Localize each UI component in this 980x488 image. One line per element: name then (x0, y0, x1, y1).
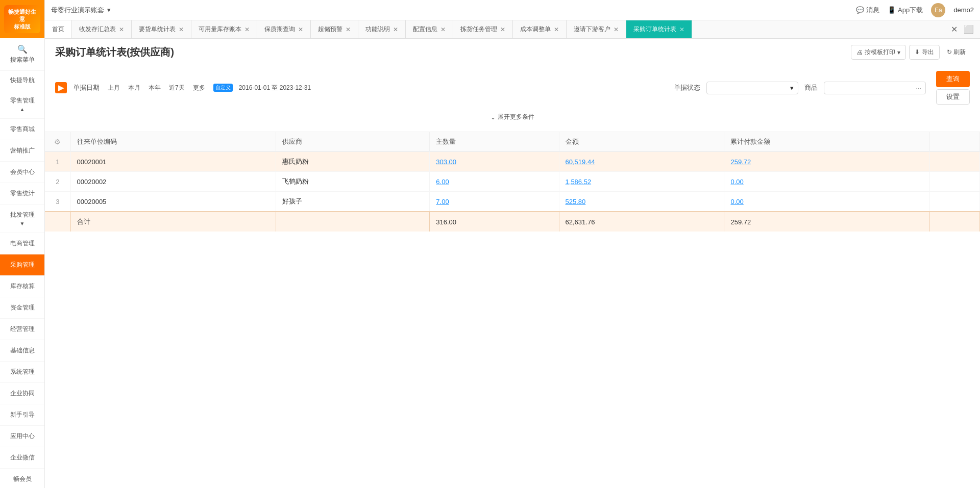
filter-toggle-btn[interactable]: ▶ (55, 82, 67, 93)
goods-input[interactable]: ··· (824, 82, 926, 94)
app-logo[interactable]: 畅捷通好生意 标准版 (0, 0, 44, 38)
footer-amount: 62,631.76 (559, 212, 724, 232)
expand-more-btn[interactable]: ⌄ 展开更多条件 (55, 109, 970, 125)
td-quantity[interactable]: 7.00 (430, 192, 559, 212)
query-button[interactable]: 查询 (936, 71, 970, 87)
tab-order-summary[interactable]: 要货单统计表 ✕ (132, 20, 191, 39)
td-extra (930, 172, 980, 192)
tab-function-desc[interactable]: 功能说明 ✕ (358, 20, 406, 39)
sidebar-item-label: 库存核算 (10, 282, 35, 291)
td-paid[interactable]: 259.72 (724, 152, 930, 172)
sidebar-item-marketing[interactable]: 营销推广 (0, 140, 44, 162)
sidebar-item-member[interactable]: 会员中心 (0, 162, 44, 183)
status-select[interactable]: ▾ (706, 82, 798, 94)
close-all-tabs-btn[interactable]: ✕ (949, 24, 960, 34)
status-filter-label: 单据状态 (674, 83, 700, 92)
date-shortcuts: 上月 本月 本年 近7天 更多 (106, 83, 207, 93)
tab-warranty[interactable]: 保质期查询 ✕ (257, 20, 311, 39)
sidebar-item-newguide[interactable]: 新手引导 (0, 404, 44, 426)
sidebar-item-basic[interactable]: 基础信息 (0, 340, 44, 362)
tab-close-icon[interactable]: ✕ (179, 26, 184, 33)
sidebar-item-retail-stats[interactable]: 零售统计 (0, 183, 44, 204)
tab-close-icon[interactable]: ✕ (393, 26, 398, 33)
tab-close-icon[interactable]: ✕ (679, 26, 684, 33)
sidebar-item-purchase[interactable]: 采购管理 (0, 254, 44, 276)
tab-close-icon[interactable]: ✕ (244, 26, 250, 33)
header-right-buttons: 🖨 按模板打印 ▾ ⬇ 导出 ↻ 刷新 (851, 45, 970, 60)
sidebar-item-ops[interactable]: 经营管理 (0, 319, 44, 340)
maximize-btn[interactable]: ⬜ (962, 24, 976, 34)
export-button[interactable]: ⬇ 导出 (909, 45, 939, 60)
tab-overstock[interactable]: 超储预警 ✕ (311, 20, 358, 39)
sidebar-item-label: 新手引导 (10, 410, 35, 419)
app-download-label: App下载 (898, 6, 923, 15)
td-paid[interactable]: 0.00 (724, 172, 930, 192)
td-quantity[interactable]: 6.00 (430, 172, 559, 192)
sidebar-item-enterprise[interactable]: 企业协同 (0, 383, 44, 404)
sidebar-item-wechat[interactable]: 企业微信 (0, 447, 44, 469)
table-row[interactable]: 3 00020005 好孩子 7.00 525.80 0.00 (45, 192, 980, 212)
shortcut-this-month[interactable]: 本月 (126, 83, 142, 93)
td-code: 00020002 (70, 172, 276, 192)
sidebar-item-sys[interactable]: 系统管理 (0, 362, 44, 383)
custom-badge: 自定义 (213, 84, 233, 92)
sidebar-item-freemember[interactable]: 畅会员 (0, 469, 44, 488)
sidebar-item-ecommerce[interactable]: 电商管理 (0, 233, 44, 254)
settings-button[interactable]: 设置 (936, 89, 970, 105)
column-settings-icon[interactable]: ⚙ (54, 138, 61, 146)
tab-stock-ledger[interactable]: 可用量库存账本 ✕ (191, 20, 257, 39)
tab-close-icon[interactable]: ✕ (298, 26, 303, 33)
td-amount[interactable]: 525.80 (559, 192, 724, 212)
shortcut-more[interactable]: 更多 (191, 83, 207, 93)
sidebar-item-retail-shop[interactable]: 零售商城 (0, 119, 44, 140)
shortcut-this-year[interactable]: 本年 (146, 83, 163, 93)
export-icon: ⬇ (915, 48, 921, 56)
td-extra (930, 192, 980, 212)
tab-close-icon[interactable]: ✕ (554, 26, 559, 33)
sidebar-item-wholesale[interactable]: 批发管理 ▼ (0, 204, 44, 233)
message-btn[interactable]: 💬 消息 (856, 6, 879, 15)
td-paid[interactable]: 0.00 (724, 192, 930, 212)
tab-close-icon[interactable]: ✕ (500, 26, 505, 33)
tab-home-label: 首页 (52, 25, 64, 34)
avatar-initials: Ea (935, 7, 942, 14)
refresh-button[interactable]: ↻ 刷新 (943, 45, 970, 59)
sidebar-item-label: 零售商城 (10, 125, 35, 134)
tab-close-icon[interactable]: ✕ (119, 26, 124, 33)
table-row[interactable]: 2 00020002 飞鹤奶粉 6.00 1,586.52 0.00 (45, 172, 980, 192)
td-amount[interactable]: 60,519.44 (559, 152, 724, 172)
user-avatar[interactable]: Ea (931, 3, 945, 17)
sidebar-quick-nav[interactable]: 快捷导航 (0, 71, 44, 90)
tab-close-icon[interactable]: ✕ (614, 26, 619, 33)
goods-filter-label: 商品 (804, 83, 818, 92)
tab-receive-summary[interactable]: 收发存汇总表 ✕ (72, 20, 132, 39)
table-wrap: ⚙ 往来单位编码 供应商 主数量 金额 累计付款金额 1 00020001 惠氏… (45, 132, 980, 232)
td-amount[interactable]: 1,586.52 (559, 172, 724, 192)
account-dropdown[interactable]: 母婴行业演示账套 ▾ (51, 6, 856, 15)
tab-home[interactable]: 首页 (45, 20, 72, 39)
tab-cost-adjust[interactable]: 成本调整单 ✕ (513, 20, 567, 39)
tab-config[interactable]: 配置信息 ✕ (406, 20, 453, 39)
sidebar-item-retail-mgmt[interactable]: 零售管理 ▲ (0, 90, 44, 119)
footer-label: 合计 (70, 212, 276, 232)
tab-close-icon[interactable]: ✕ (346, 26, 351, 33)
app-download-btn[interactable]: 📱 App下载 (888, 6, 923, 15)
td-quantity[interactable]: 303.00 (430, 152, 559, 172)
sidebar-search-label: 搜索菜单 (10, 56, 35, 64)
tab-purchase-summary[interactable]: 采购订单统计表 ✕ (626, 20, 692, 39)
topbar-actions: 💬 消息 📱 App下载 Ea demo2 (856, 3, 974, 17)
sidebar-item-stock[interactable]: 库存核算 (0, 276, 44, 297)
username-label: demo2 (953, 6, 974, 14)
print-button[interactable]: 🖨 按模板打印 ▾ (851, 45, 906, 60)
sidebar-item-capital[interactable]: 资金管理 (0, 297, 44, 319)
shortcut-last-month[interactable]: 上月 (106, 83, 122, 93)
sidebar-search[interactable]: 🔍 搜索菜单 (0, 38, 44, 71)
shortcut-7days[interactable]: 近7天 (167, 83, 187, 93)
tab-picking[interactable]: 拣货任务管理 ✕ (453, 20, 513, 39)
tab-invite[interactable]: 邀请下游客户 ✕ (567, 20, 626, 39)
table-row[interactable]: 1 00020001 惠氏奶粉 303.00 60,519.44 259.72 (45, 152, 980, 172)
tab-close-icon[interactable]: ✕ (440, 26, 446, 33)
search-icon: 🔍 (17, 44, 28, 54)
message-label: 消息 (866, 6, 879, 15)
sidebar-item-appcenter[interactable]: 应用中心 (0, 426, 44, 447)
